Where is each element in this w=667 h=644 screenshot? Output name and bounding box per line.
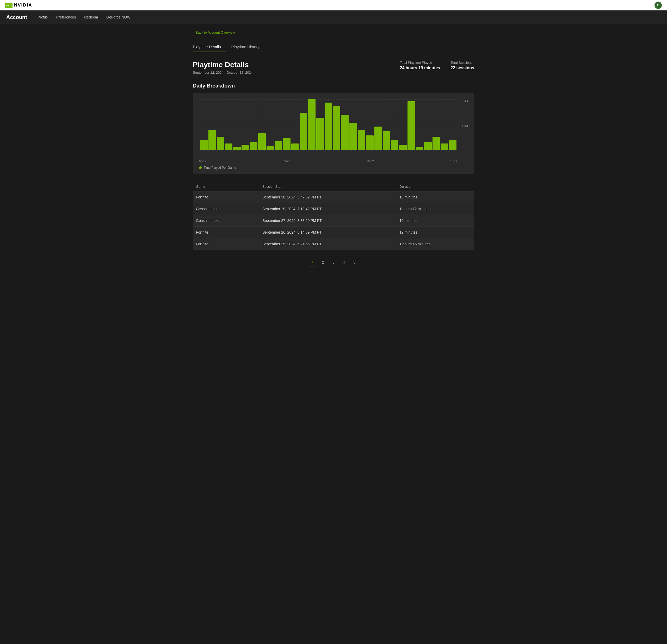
chart-bar: [333, 106, 341, 150]
y-label-mid: 1.5H: [462, 125, 468, 128]
chart-bar: [275, 141, 282, 150]
nav-brand: Account: [6, 14, 27, 20]
page-btn-4[interactable]: 4: [340, 258, 348, 266]
chart-bar: [316, 118, 324, 150]
tab-playtime-details[interactable]: Playtime Details: [193, 42, 226, 52]
chart-bar: [407, 101, 415, 150]
cell-game: Genshin Impact: [193, 215, 259, 227]
user-avatar[interactable]: G: [654, 2, 662, 9]
chart-x-labels: 09-12 09-22 10-02 10-12: [199, 160, 468, 163]
total-sessions-label: Total Sessions: [451, 61, 474, 65]
total-sessions-value: 22 sessions: [451, 66, 474, 70]
pagination: ‹ 1 2 3 4 5 ›: [193, 258, 474, 266]
total-playtime-value: 24 hours 19 minutes: [400, 66, 440, 70]
nav-item-redeem[interactable]: Redeem: [84, 15, 98, 19]
page-btn-5[interactable]: 5: [350, 258, 359, 266]
cell-duration: 18 minutes: [396, 192, 474, 203]
chart-bar: [266, 146, 274, 150]
legend-dot: [199, 166, 202, 169]
total-playtime-stat: Total Playtime Played 24 hours 19 minute…: [400, 61, 440, 70]
chart-bar: [358, 130, 365, 150]
chart-bar: [383, 131, 390, 150]
table-row: Genshin ImpactSeptember 27, 2024; 8:38:2…: [193, 215, 474, 227]
cell-duration: 10 minutes: [396, 215, 474, 227]
nav-bar: Account Profile Preferences Redeem GeFor…: [0, 11, 667, 24]
nvidia-logo: NVDA NVIDIA: [5, 3, 32, 8]
cell-session-start: September 27, 2024; 8:38:20 PM PT: [259, 215, 396, 227]
back-link[interactable]: ‹ Back to Account Overview: [193, 30, 474, 34]
cell-duration: 19 minutes: [396, 227, 474, 238]
chart-legend: Time Played Per Game: [199, 166, 468, 169]
back-chevron-icon: ‹: [193, 30, 194, 34]
page-btn-3[interactable]: 3: [329, 258, 338, 266]
sessions-table: Game Session Start Duration FortniteSept…: [193, 182, 474, 250]
cell-game: Genshin Impact: [193, 203, 259, 215]
chart-bar: [449, 140, 456, 150]
table-head: Game Session Start Duration: [193, 182, 474, 192]
main-content: ‹ Back to Account Overview Playtime Deta…: [188, 24, 479, 273]
legend-text: Time Played Per Game: [204, 166, 236, 169]
chart-bar: [433, 137, 440, 150]
cell-session-start: September 25, 2024; 6:24:55 PM PT: [259, 238, 396, 250]
x-label-1: 09-22: [283, 160, 290, 163]
x-label-2: 10-02: [367, 160, 374, 163]
chart-bar: [441, 144, 448, 150]
page-btn-2[interactable]: 2: [319, 258, 327, 266]
y-label-top: 3H: [464, 99, 468, 102]
page-prev-button[interactable]: ‹: [298, 258, 306, 266]
chart-bar: [258, 133, 266, 150]
cell-game: Fortnite: [193, 227, 259, 238]
table-row: FortniteSeptember 26, 2024; 8:14:39 PM P…: [193, 227, 474, 238]
nav-item-preferences[interactable]: Preferences: [56, 15, 76, 19]
chart-bar: [242, 145, 249, 150]
tab-playtime-history[interactable]: Playtime History: [231, 42, 265, 52]
cell-game: Fortnite: [193, 238, 259, 250]
chart-bar: [325, 103, 332, 150]
top-bar: NVDA NVIDIA G: [0, 0, 667, 11]
page-header-left: Playtime Details September 12, 2024 - Oc…: [193, 61, 253, 75]
cell-session-start: September 29, 2024; 7:18:42 PM PT: [259, 203, 396, 215]
back-link-text: Back to Account Overview: [196, 31, 235, 34]
cell-duration: 1 hours 45 minutes: [396, 238, 474, 250]
col-game: Game: [193, 182, 259, 192]
chart-bar: [208, 130, 216, 150]
cell-game: Fortnite: [193, 192, 259, 203]
cell-duration: 1 hours 12 minutes: [396, 203, 474, 215]
chart-bar: [341, 115, 348, 150]
page-btn-1[interactable]: 1: [308, 258, 317, 266]
page-header: Playtime Details September 12, 2024 - Oc…: [193, 61, 474, 75]
chart-bar: [424, 142, 432, 150]
nav-item-geforce-now[interactable]: GeForce NOW: [106, 15, 131, 19]
chart-bar: [374, 127, 382, 150]
chart-container: 3H 1.5H 09-12 09-22 10-02 10-12 Time Pla…: [193, 93, 474, 174]
table-row: FortniteSeptember 30, 2024; 5:47:32 PM P…: [193, 192, 474, 203]
chart-bar: [291, 144, 299, 150]
chart-bar: [391, 140, 398, 150]
chart-bar: [233, 147, 241, 150]
chart-bars: [199, 99, 457, 150]
x-label-0: 09-12: [199, 160, 206, 163]
nvidia-logo-icon: NVDA: [5, 3, 13, 8]
total-playtime-label: Total Playtime Played: [400, 61, 440, 65]
cell-session-start: September 26, 2024; 8:14:39 PM PT: [259, 227, 396, 238]
daily-breakdown-title: Daily Breakdown: [193, 83, 474, 89]
chart-bar: [399, 145, 407, 150]
table-row: FortniteSeptember 25, 2024; 6:24:55 PM P…: [193, 238, 474, 250]
table-header-row: Game Session Start Duration: [193, 182, 474, 192]
chart-bar: [308, 99, 315, 150]
chart-bar: [250, 142, 257, 150]
chart-bar: [299, 113, 307, 150]
tabs: Playtime Details Playtime History: [193, 42, 474, 52]
table-body: FortniteSeptember 30, 2024; 5:47:32 PM P…: [193, 192, 474, 250]
page-title: Playtime Details: [193, 61, 253, 69]
chart-bar: [416, 147, 423, 150]
chart-bar: [200, 140, 208, 150]
col-duration: Duration: [396, 182, 474, 192]
nav-item-profile[interactable]: Profile: [37, 15, 48, 19]
chart-bar: [225, 144, 233, 150]
total-sessions-stat: Total Sessions 22 sessions: [451, 61, 474, 70]
chart-bar: [217, 137, 224, 150]
chart-bar: [366, 135, 374, 150]
page-next-button[interactable]: ›: [361, 258, 369, 266]
chart-y-labels: 3H 1.5H: [462, 99, 468, 150]
